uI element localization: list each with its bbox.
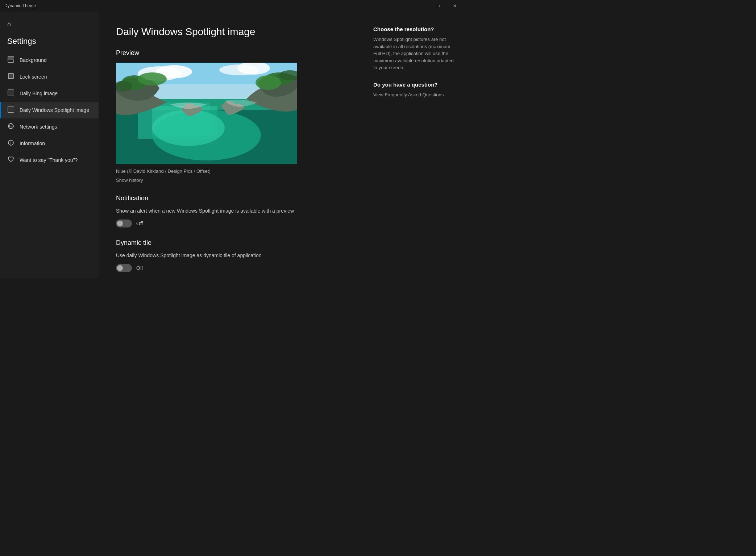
notification-toggle-label: Off bbox=[136, 221, 143, 226]
dynamic-tile-description: Use daily Windows Spotlight image as dyn… bbox=[116, 252, 347, 258]
sidebar-item-daily-spotlight-label: Daily Windows Spotlight image bbox=[20, 107, 89, 113]
sidebar-item-daily-spotlight[interactable]: Daily Windows Spotlight image bbox=[0, 102, 99, 118]
svg-rect-1 bbox=[8, 57, 14, 60]
dynamic-tile-section-title: Dynamic tile bbox=[116, 239, 347, 247]
lock-screen-icon bbox=[7, 73, 14, 81]
svg-rect-7 bbox=[8, 106, 14, 112]
maximize-button[interactable]: □ bbox=[430, 0, 446, 12]
sidebar-item-daily-bing[interactable]: Daily Bing image bbox=[0, 85, 99, 102]
svg-point-29 bbox=[256, 75, 281, 90]
app-body: ⌂ Settings Background bbox=[0, 12, 466, 278]
preview-svg bbox=[116, 63, 297, 164]
faq-link[interactable]: View Frequently Asked Questions bbox=[373, 92, 444, 97]
image-caption: Niue (© David Kirkland / Design Pics / O… bbox=[116, 168, 347, 174]
sidebar-item-information[interactable]: i Information bbox=[0, 135, 99, 152]
thank-you-icon bbox=[7, 156, 14, 164]
svg-rect-3 bbox=[9, 74, 13, 78]
notification-toggle-row: Off bbox=[116, 220, 347, 227]
sidebar-item-network-settings-label: Network settings bbox=[20, 124, 57, 130]
main-content: Daily Windows Spotlight image Preview bbox=[99, 12, 466, 278]
sidebar: ⌂ Settings Background bbox=[0, 12, 99, 278]
preview-image-container bbox=[116, 63, 297, 164]
app-title: Dynamic Theme bbox=[4, 3, 36, 8]
sidebar-item-background[interactable]: Background bbox=[0, 52, 99, 68]
daily-spotlight-icon bbox=[7, 106, 14, 114]
daily-bing-icon bbox=[7, 89, 14, 97]
page-title: Daily Windows Spotlight image bbox=[116, 26, 347, 38]
sidebar-item-lock-screen-label: Lock screen bbox=[20, 74, 47, 80]
show-history-link[interactable]: Show history bbox=[116, 177, 143, 183]
dynamic-tile-toggle-label: Off bbox=[136, 265, 143, 271]
sidebar-item-network-settings[interactable]: Network settings bbox=[0, 118, 99, 135]
svg-text:i: i bbox=[11, 141, 11, 145]
right-panel: Choose the resolution? Windows Spotlight… bbox=[365, 12, 466, 278]
home-icon: ⌂ bbox=[7, 20, 11, 28]
dynamic-tile-section: Dynamic tile Use daily Windows Spotlight… bbox=[116, 239, 347, 272]
sidebar-item-thank-you-label: Want to say "Thank you"? bbox=[20, 157, 78, 163]
window-controls: ─ □ ✕ bbox=[413, 0, 463, 12]
notification-description: Show an alert when a new Windows Spotlig… bbox=[116, 208, 319, 214]
dynamic-tile-toggle-row: Off bbox=[116, 264, 347, 272]
preview-image bbox=[116, 63, 297, 164]
svg-point-26 bbox=[138, 72, 167, 85]
sidebar-item-information-label: Information bbox=[20, 141, 45, 146]
sidebar-title: Settings bbox=[0, 34, 99, 52]
resolution-text: Windows Spotlight pictures are not avail… bbox=[373, 36, 454, 71]
network-settings-icon bbox=[7, 123, 14, 131]
sidebar-home-button[interactable]: ⌂ bbox=[0, 14, 99, 34]
sidebar-item-background-label: Background bbox=[20, 57, 47, 63]
sidebar-item-daily-bing-label: Daily Bing image bbox=[20, 91, 58, 96]
content-area: Daily Windows Spotlight image Preview bbox=[99, 12, 365, 278]
notification-section: Notification Show an alert when a new Wi… bbox=[116, 195, 347, 227]
resolution-title: Choose the resolution? bbox=[373, 26, 454, 32]
background-icon bbox=[7, 56, 14, 64]
notification-toggle[interactable] bbox=[116, 220, 132, 227]
dynamic-tile-toggle[interactable] bbox=[116, 264, 132, 272]
title-bar: Dynamic Theme ─ □ ✕ bbox=[0, 0, 466, 12]
close-button[interactable]: ✕ bbox=[446, 0, 463, 12]
minimize-button[interactable]: ─ bbox=[413, 0, 430, 12]
question-title: Do you have a question? bbox=[373, 81, 454, 88]
sidebar-nav: Background Lock screen bbox=[0, 52, 99, 168]
preview-section-title: Preview bbox=[116, 49, 347, 57]
sidebar-item-thank-you[interactable]: Want to say "Thank you"? bbox=[0, 152, 99, 168]
sidebar-item-lock-screen[interactable]: Lock screen bbox=[0, 68, 99, 85]
information-icon: i bbox=[7, 139, 14, 147]
notification-section-title: Notification bbox=[116, 195, 347, 202]
svg-rect-5 bbox=[8, 90, 14, 96]
